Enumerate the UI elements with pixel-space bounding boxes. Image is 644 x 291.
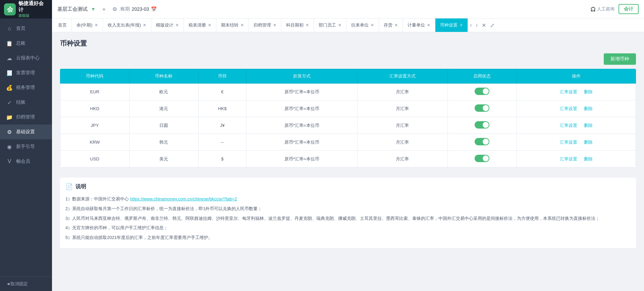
sidebar-item-member[interactable]: V 畅会员 <box>0 154 52 169</box>
tab-archive[interactable]: 归档管理✕ <box>249 18 281 32</box>
notes-item: 2）系统自动获取每月第一个工作日的汇率标价，统一为直接标价法，即1外币可以兑换的… <box>65 204 631 214</box>
tab-subject_init[interactable]: 科目期初✕ <box>281 18 314 32</box>
tab-close-archive[interactable]: ✕ <box>273 23 276 28</box>
new-currency-button[interactable]: 新增币种 <box>604 53 636 65</box>
tab-close-currency[interactable]: ✕ <box>460 23 463 28</box>
tab-close-subject_init[interactable]: ✕ <box>306 23 309 28</box>
tab-close-template[interactable]: ✕ <box>175 23 179 28</box>
add-tab-icon[interactable]: ＋ <box>99 4 109 14</box>
header: 基层工会测试 ▼ ＋ ⚙ 账期 2023-03 📅 🎧 人工咨询 会计 <box>52 0 644 18</box>
calc-method: 原币*汇率=本位币 <box>246 100 357 117</box>
tab-inventory[interactable]: 存货✕ <box>379 18 403 32</box>
currency-symbol: -- <box>198 134 246 151</box>
toggle-HKD[interactable] <box>475 104 489 112</box>
logo-icon: 会 <box>4 3 16 15</box>
notes-link[interactable]: https://www.chinamoney.com.cn/chinese/bk… <box>130 196 237 201</box>
toggle-JPY[interactable] <box>475 121 489 129</box>
calc-method: 原币*汇率=本位币 <box>246 84 357 100</box>
sidebar-item-ledger[interactable]: 📋 总账 <box>0 36 52 51</box>
tab-income[interactable]: 收入支出表(年报)✕ <box>103 18 152 32</box>
sidebar-item-settle[interactable]: ✓ 结账 <box>0 95 52 110</box>
guide-label: 新手引导 <box>16 144 35 150</box>
delete-link-KRW[interactable]: 删除 <box>584 140 593 145</box>
toggle-KRW[interactable] <box>475 138 489 145</box>
tab-close-unit[interactable]: ✕ <box>427 23 430 28</box>
table-header-5: 启用状态 <box>447 69 517 84</box>
sidebar-cancel-pin[interactable]: ◄取消固定 <box>0 277 52 291</box>
account-button[interactable]: 会计 <box>619 4 639 14</box>
tab-home[interactable]: 首页 <box>53 18 72 32</box>
tab-label-period_end: 期末结转 <box>221 22 238 28</box>
calendar-icon[interactable]: 📅 <box>151 6 157 12</box>
notes-list: 1）数据来源：中国外汇交易中心 https://www.chinamoney.c… <box>65 194 631 243</box>
sidebar-item-archive[interactable]: 📁 归档管理 <box>0 110 52 125</box>
company-dropdown-icon[interactable]: ▼ <box>91 6 96 12</box>
tab-close-tax[interactable]: ✕ <box>208 23 211 28</box>
actions: 汇率设置 删除 <box>517 151 636 167</box>
toggle-EUR[interactable] <box>475 88 489 95</box>
delete-link-USD[interactable]: 删除 <box>584 156 593 161</box>
sidebar-item-home[interactable]: ⌂ 首页 <box>0 21 52 36</box>
tab-close-period_end[interactable]: ✕ <box>240 23 244 28</box>
period-label: 账期 <box>120 6 130 12</box>
tab-close-inventory[interactable]: ✕ <box>394 23 398 28</box>
currency-name: 港元 <box>129 100 198 117</box>
notes-title: 📄 说明 <box>65 183 631 190</box>
delete-link-HKD[interactable]: 删除 <box>584 106 593 111</box>
notes-item: 4）无官方牌价的币种，可以用户手工维护汇率信息； <box>65 223 631 233</box>
tab-period_end[interactable]: 期末结转✕ <box>216 18 249 32</box>
calc-method: 原币*汇率=本位币 <box>246 117 357 134</box>
table-body: EUR欧元€原币*汇率=本位币月汇率 汇率设置 删除 HKD港元HK$原币*汇率… <box>60 84 636 167</box>
currency-symbol: HK$ <box>198 100 246 117</box>
sidebar-item-invoice[interactable]: 🧾 发票管理 <box>0 65 52 80</box>
calc-method: 原币*汇率=本位币 <box>246 151 357 167</box>
help-button[interactable]: 🎧 人工咨询 <box>590 6 614 12</box>
sidebar-item-tax[interactable]: 💰 税务管理 <box>0 80 52 95</box>
tab-prev-icon[interactable]: ‹ <box>468 18 474 32</box>
enabled-status <box>447 117 517 134</box>
logo-main: 畅捷通好会计 <box>18 0 48 13</box>
tab-label-template: 模版设计 <box>156 22 173 28</box>
table-row: JPY日圆J¥原币*汇率=本位币月汇率 汇率设置 删除 <box>60 117 636 134</box>
tab-label-subject_init: 科目期初 <box>286 22 304 28</box>
sidebar-item-reports[interactable]: ☁ 云报表中心 <box>0 51 52 65</box>
tab-currency[interactable]: 币种设置✕ <box>435 18 468 32</box>
tab-template[interactable]: 模版设计✕ <box>151 18 184 32</box>
rate-setting-link-HKD[interactable]: 汇率设置 <box>560 106 577 111</box>
tab-tax[interactable]: 税表清册✕ <box>184 18 216 32</box>
notes-item: 3）人民币对马来西亚林吉特、俄罗斯卢布、南非兰特、韩元、阿联酋迪拉姆、沙特里亚尔… <box>65 214 631 224</box>
rate-setting-link-EUR[interactable]: 汇率设置 <box>560 89 577 94</box>
settings-label: 基础设置 <box>16 129 35 135</box>
delete-link-JPY[interactable]: 删除 <box>584 123 593 128</box>
sidebar-item-guide[interactable]: ◉ 新手引导 <box>0 139 52 154</box>
tab-unit[interactable]: 计量单位✕ <box>403 18 435 32</box>
sidebar-item-settings[interactable]: ⚙ 基础设置 <box>0 125 52 139</box>
logo-sub: 旗舰版 <box>18 13 48 18</box>
rate-setting-link-JPY[interactable]: 汇率设置 <box>560 123 577 128</box>
tab-expand-icon[interactable]: ⤢ <box>488 18 496 32</box>
settings-icon[interactable]: ⚙ <box>112 6 117 12</box>
tab-label-dept: 部门员工 <box>319 22 336 28</box>
tab-balance[interactable]: 余(中期)✕ <box>72 18 103 32</box>
tab-client[interactable]: 往来单位✕ <box>346 18 379 32</box>
tab-close-balance[interactable]: ✕ <box>95 23 98 28</box>
tab-dept[interactable]: 部门员工✕ <box>314 18 346 32</box>
tab-label-unit: 计量单位 <box>408 22 425 28</box>
tax-label: 税务管理 <box>16 85 35 91</box>
tab-next-icon[interactable]: › <box>474 18 480 32</box>
table-header-1: 币种名称 <box>129 69 198 84</box>
tab-close-income[interactable]: ✕ <box>143 23 146 28</box>
delete-link-EUR[interactable]: 删除 <box>584 89 593 94</box>
toggle-USD[interactable] <box>475 155 489 162</box>
rate-setting-link-KRW[interactable]: 汇率设置 <box>560 140 577 145</box>
rate-setting-link-USD[interactable]: 汇率设置 <box>560 156 577 161</box>
tab-close-all-icon[interactable]: ✕ <box>480 18 488 32</box>
currency-symbol: J¥ <box>198 117 246 134</box>
actions: 汇率设置 删除 <box>517 84 636 100</box>
tab-close-dept[interactable]: ✕ <box>338 23 341 28</box>
currency-name: 日圆 <box>129 117 198 134</box>
table-header-row: 币种代码币种名称币符折算方式汇率设置方式启用状态操作 <box>60 69 636 84</box>
tab-close-client[interactable]: ✕ <box>371 23 374 28</box>
currency-code: HKD <box>60 100 129 117</box>
main-area: 基层工会测试 ▼ ＋ ⚙ 账期 2023-03 📅 🎧 人工咨询 会计 首页余(… <box>52 0 644 291</box>
